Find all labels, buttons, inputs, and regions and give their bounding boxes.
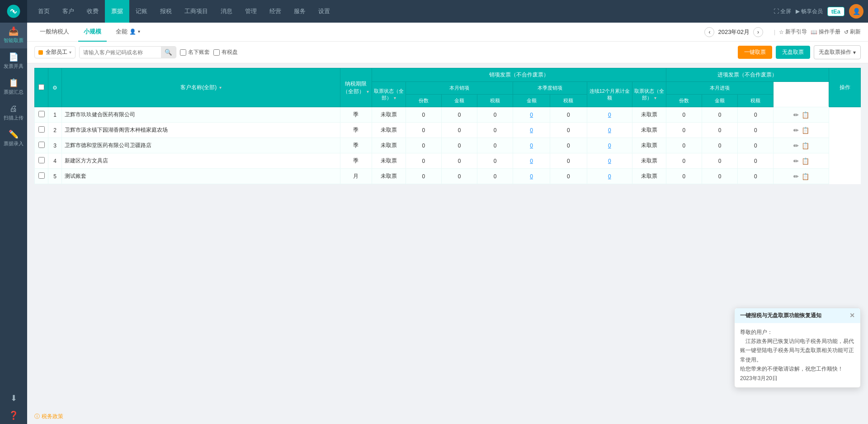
sidebar-item-help[interactable]: ❓ xyxy=(0,407,27,424)
detail-icon[interactable]: 📋 xyxy=(802,127,809,134)
employee-filter[interactable]: 全部员工 ▾ xyxy=(34,46,75,58)
select-all-checkbox[interactable] xyxy=(38,84,44,90)
tab-small-scale[interactable]: 小规模 xyxy=(78,23,107,42)
row-checkbox[interactable] xyxy=(35,169,48,184)
nav-settings[interactable]: 设置 xyxy=(312,0,336,23)
row-actions: ✏ 📋 xyxy=(774,169,829,184)
toolbar-right: 一键取票 无盘取票 无盘取票操作 ▾ xyxy=(738,45,861,59)
nav-invoice[interactable]: 票据 xyxy=(105,0,129,23)
date-nav: ‹ 2023年02月 › xyxy=(704,27,763,37)
person-icon: 👤 xyxy=(129,29,136,35)
edit-icon[interactable]: ✏ xyxy=(793,173,799,180)
new-guide-btn[interactable]: ☆ 新手引导 xyxy=(779,28,807,36)
edit-icon[interactable]: ✏ xyxy=(793,157,799,165)
row-12month[interactable]: 0 xyxy=(587,169,632,184)
row-12month[interactable]: 0 xyxy=(587,123,632,138)
row-checkbox[interactable] xyxy=(35,138,48,153)
row-ms-count: 0 xyxy=(406,153,441,169)
row-mp-count: 0 xyxy=(666,123,702,138)
row-ms-amount: 0 xyxy=(441,138,477,153)
has-tax-filter[interactable]: 有税盘 xyxy=(213,48,238,56)
avatar-icon: 👤 xyxy=(853,8,860,15)
refresh-btn[interactable]: ↺ 刷新 xyxy=(844,28,861,36)
nav-client[interactable]: 客户 xyxy=(56,0,80,23)
detail-icon[interactable]: 📋 xyxy=(802,157,809,165)
tea-badge[interactable]: tEa xyxy=(827,7,844,16)
row-qs-amount[interactable]: 0 xyxy=(513,153,550,169)
row-12month[interactable]: 0 xyxy=(587,107,632,123)
help-icon: ❓ xyxy=(9,411,19,419)
smart-fetch-icon: 📥 xyxy=(9,27,19,35)
row-checkbox[interactable] xyxy=(35,107,48,123)
filter-icon[interactable]: ▾ xyxy=(654,95,656,100)
notification-close-btn[interactable]: ✕ xyxy=(849,312,855,319)
has-tax-checkbox[interactable] xyxy=(213,49,220,56)
row-ms-count: 0 xyxy=(406,107,441,123)
row-client: 测试账套 xyxy=(62,169,340,184)
prev-month-btn[interactable]: ‹ xyxy=(704,27,714,37)
sidebar-item-scan-upload[interactable]: 🖨 扫描上传 xyxy=(0,100,27,126)
row-12month[interactable]: 0 xyxy=(587,153,632,169)
next-month-btn[interactable]: › xyxy=(753,27,763,37)
avatar[interactable]: 👤 xyxy=(849,4,863,19)
no-disk-ops-btn[interactable]: 无盘取票操作 ▾ xyxy=(814,45,861,59)
filter-icon[interactable]: ▾ xyxy=(367,89,369,94)
nav-home[interactable]: 首页 xyxy=(32,0,56,23)
th-sales-group: 销项发票（不合作废票） xyxy=(372,68,666,82)
filter-icon[interactable]: ▾ xyxy=(394,95,396,100)
search-button[interactable]: 🔍 xyxy=(161,47,176,58)
detail-icon[interactable]: 📋 xyxy=(802,111,809,119)
sidebar-item-download[interactable]: ⬇ xyxy=(0,390,27,407)
edit-icon[interactable]: ✏ xyxy=(793,111,799,119)
nav-tax[interactable]: 报税 xyxy=(154,0,178,23)
subscribed-filter[interactable]: 名下账套 xyxy=(180,48,210,56)
row-12month[interactable]: 0 xyxy=(587,138,632,153)
no-disk-fetch-btn[interactable]: 无盘取票 xyxy=(776,46,810,59)
subscribed-checkbox[interactable] xyxy=(180,49,186,56)
detail-icon[interactable]: 📋 xyxy=(802,173,809,180)
tab-general-taxpayer[interactable]: 一般纳税人 xyxy=(34,23,75,42)
one-click-fetch-btn[interactable]: 一键取票 xyxy=(738,46,772,59)
nav-account[interactable]: 记账 xyxy=(129,0,154,23)
nav-business[interactable]: 工商项目 xyxy=(178,0,214,23)
row-checkbox[interactable] xyxy=(35,153,48,169)
tax-policy-link[interactable]: 税务政策 xyxy=(42,413,63,420)
row-qs-amount[interactable]: 0 xyxy=(513,123,550,138)
nav-operation[interactable]: 经营 xyxy=(263,0,288,23)
row-qs-amount[interactable]: 0 xyxy=(513,138,550,153)
nav-message[interactable]: 消息 xyxy=(214,0,239,23)
edit-icon[interactable]: ✏ xyxy=(793,127,799,134)
table-row: 1 卫辉市玖玖健合医药有限公司 季 未取票 0 0 0 0 0 0 未取票 0 … xyxy=(35,107,861,123)
row-qs-amount[interactable]: 0 xyxy=(513,169,550,184)
notification-header: 一键报税与无盘取票功能恢复通知 ✕ xyxy=(735,308,860,323)
sidebar-item-issue-invoice[interactable]: 📄 发票开具 xyxy=(0,48,27,74)
row-ms-amount: 0 xyxy=(441,123,477,138)
sidebar-bottom: ⬇ ❓ xyxy=(0,390,27,424)
refresh-icon: ↺ xyxy=(844,29,849,35)
sidebar-item-data-entry[interactable]: ✏️ 票据录入 xyxy=(0,126,27,152)
row-mp-tax: 0 xyxy=(738,169,774,184)
sidebar-item-invoice-summary[interactable]: 📋 票据汇总 xyxy=(0,74,27,100)
row-qs-tax: 0 xyxy=(550,153,587,169)
topnav-right: ⛶ 全屏 ▶ 畅享会员 tEa 👤 xyxy=(774,4,863,19)
row-client: 新建区方方文具店 xyxy=(62,153,340,169)
edit-icon[interactable]: ✏ xyxy=(793,142,799,149)
tax-footer[interactable]: ⓘ 税务政策 xyxy=(27,409,868,424)
tab-all[interactable]: 全能 👤 ▾ xyxy=(110,23,146,42)
sidebar-item-smart-fetch[interactable]: 📥 智能取票 xyxy=(0,23,27,48)
search-input[interactable] xyxy=(80,47,161,58)
search-wrap: 🔍 xyxy=(79,46,176,58)
row-checkbox[interactable] xyxy=(35,123,48,138)
row-ms-amount: 0 xyxy=(441,169,477,184)
detail-icon[interactable]: 📋 xyxy=(802,142,809,149)
filter-icon[interactable]: ▾ xyxy=(219,85,222,90)
fullscreen-btn[interactable]: ⛶ 全屏 xyxy=(774,8,791,15)
row-qs-amount[interactable]: 0 xyxy=(513,107,550,123)
manual-btn[interactable]: 📖 操作手册 xyxy=(811,28,840,36)
row-mp-amount: 0 xyxy=(702,138,737,153)
member-btn[interactable]: ▶ 畅享会员 xyxy=(796,8,823,15)
nav-billing[interactable]: 收费 xyxy=(80,0,105,23)
nav-service[interactable]: 服务 xyxy=(288,0,312,23)
nav-manage[interactable]: 管理 xyxy=(239,0,263,23)
sidebar-logo[interactable] xyxy=(0,0,27,23)
